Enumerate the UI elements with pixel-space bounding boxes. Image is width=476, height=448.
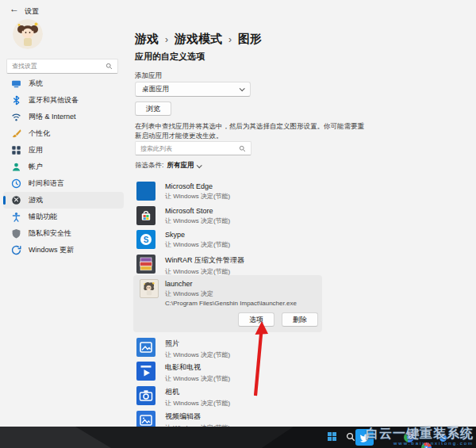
add-app-label: 添加应用 <box>135 71 162 81</box>
app-status: 让 Windows 决定 <box>165 289 297 298</box>
delete-button[interactable]: 删除 <box>282 312 318 327</box>
app-row-store[interactable]: Microsoft Store 让 Windows 决定(节能) <box>133 205 322 228</box>
settings-search-input[interactable] <box>12 63 106 70</box>
sidebar-item-label: 应用 <box>29 145 43 155</box>
sidebar-item-label: 蓝牙和其他设备 <box>29 95 79 105</box>
description-text: 在列表中查找应用并将其选中，然后为其选择自定义图形设置。你可能需要重新启动应用才… <box>135 122 370 140</box>
taskbar-search-icon[interactable] <box>346 432 355 442</box>
app-row-winrar[interactable]: WinRAR 压缩文件管理器 让 Windows 决定(节能) <box>133 253 322 277</box>
search-icon <box>239 145 246 152</box>
brush-icon <box>11 128 21 139</box>
settings-window: ← 设置 系统 蓝牙和其他设备 网络 & In <box>0 0 476 448</box>
sidebar-item-personalization[interactable]: 个性化 <box>3 125 124 142</box>
svg-text:S: S <box>144 235 149 244</box>
update-arrows-icon <box>11 245 21 255</box>
user-avatar[interactable] <box>13 19 43 49</box>
app-status: 让 Windows 决定(节能) <box>165 192 230 201</box>
sidebar-item-network[interactable]: 网络 & Internet <box>3 109 124 125</box>
avatar-image <box>13 19 43 49</box>
app-name: 相机 <box>165 387 230 397</box>
chrome-icon[interactable] <box>404 432 414 442</box>
sidebar-item-gaming[interactable]: 游戏 <box>3 192 124 209</box>
sidebar-item-apps[interactable]: 应用 <box>3 142 124 159</box>
sidebar-item-privacy[interactable]: 隐私和安全性 <box>3 225 124 242</box>
sidebar-item-label: 系统 <box>29 78 43 89</box>
app-name: Microsoft Store <box>165 207 230 215</box>
edge-icon <box>136 182 155 201</box>
section-title: 应用的自定义选项 <box>135 51 205 63</box>
breadcrumb: 游戏 › 游戏模式 › 图形 <box>135 32 262 47</box>
chrome-icon[interactable] <box>421 442 432 448</box>
window-title: 设置 <box>25 6 39 17</box>
app-row-edge[interactable]: Microsoft Edge 让 Windows 决定(节能) <box>133 180 322 204</box>
app-type-dropdown[interactable]: 桌面应用 <box>135 82 251 97</box>
taskbar-app-icon[interactable] <box>440 435 447 442</box>
browse-button[interactable]: 浏览 <box>135 101 171 116</box>
bluetooth-icon <box>11 95 21 105</box>
breadcrumb-game-mode[interactable]: 游戏模式 <box>175 32 222 47</box>
sidebar-item-accessibility[interactable]: 辅助功能 <box>3 209 124 225</box>
app-name: 照片 <box>165 339 230 349</box>
skype-icon: S <box>136 230 155 249</box>
list-search-input[interactable] <box>140 145 239 152</box>
taskbar <box>0 427 476 448</box>
sidebar-item-label: Windows 更新 <box>29 245 74 255</box>
app-name: 视频编辑器 <box>165 412 230 422</box>
winrar-icon <box>136 255 155 274</box>
app-row-movies-tv[interactable]: 电影和电视 让 Windows 决定(节能) <box>133 360 322 384</box>
selected-accent-bar <box>3 196 6 205</box>
app-status: 让 Windows 决定(节能) <box>165 240 230 249</box>
sidebar-item-label: 辅助功能 <box>29 212 57 222</box>
list-search-box[interactable] <box>135 141 251 155</box>
xbox-icon <box>11 195 21 205</box>
sidebar-item-label: 游戏 <box>29 195 43 205</box>
sidebar-item-system[interactable]: 系统 <box>3 75 124 92</box>
sidebar-item-bluetooth[interactable]: 蓝牙和其他设备 <box>3 92 124 109</box>
breadcrumb-separator: › <box>228 34 232 45</box>
wallpaper-shape <box>0 427 111 448</box>
filter-value: 所有应用 <box>167 161 194 170</box>
search-icon <box>106 63 113 70</box>
system-icon <box>11 78 21 89</box>
sidebar-item-time-language[interactable]: 时间和语言 <box>3 175 124 192</box>
app-name: Skype <box>165 231 230 239</box>
chevron-down-icon <box>197 163 202 168</box>
sidebar-item-windows-update[interactable]: Windows 更新 <box>3 242 124 258</box>
back-button[interactable]: ← <box>10 3 19 14</box>
app-row-photos[interactable]: 照片 让 Windows 决定(节能) <box>133 336 322 360</box>
app-path: C:\Program Files\Genshin Impact\launcher… <box>165 300 297 307</box>
accessibility-icon <box>11 212 21 222</box>
filter-dropdown[interactable]: 筛选条件: 所有应用 <box>135 161 201 170</box>
sidebar-item-label: 时间和语言 <box>29 178 64 189</box>
sidebar-item-label: 隐私和安全性 <box>29 228 71 239</box>
app-row-skype[interactable]: S Skype 让 Windows 决定(节能) <box>133 228 322 252</box>
windows-start-icon[interactable] <box>328 432 336 441</box>
genshin-launcher-icon <box>140 279 159 298</box>
app-name: 电影和电视 <box>165 362 230 373</box>
chevron-down-icon <box>240 86 245 91</box>
sidebar-item-label: 帐户 <box>29 162 43 172</box>
photos-icon <box>136 338 155 357</box>
app-status: 让 Windows 决定(节能) <box>165 216 230 225</box>
app-type-value: 桌面应用 <box>142 85 240 94</box>
breadcrumb-separator: › <box>165 34 168 45</box>
app-status: 让 Windows 决定(节能) <box>165 399 230 408</box>
twitter-icon[interactable] <box>355 429 374 446</box>
person-icon <box>11 162 21 172</box>
app-row-camera[interactable]: 相机 让 Windows 决定(节能) <box>133 385 322 408</box>
breadcrumb-graphics: 图形 <box>238 32 262 47</box>
movies-tv-icon <box>136 362 155 381</box>
app-name: launcher <box>165 280 297 288</box>
shield-icon <box>11 228 21 239</box>
store-icon <box>136 206 155 225</box>
sidebar-item-accounts[interactable]: 帐户 <box>3 159 124 175</box>
app-name: Microsoft Edge <box>165 182 230 190</box>
breadcrumb-gaming[interactable]: 游戏 <box>135 32 159 47</box>
filter-label: 筛选条件: <box>135 161 163 170</box>
wifi-icon <box>11 112 21 122</box>
settings-search-box[interactable] <box>6 59 118 74</box>
camera-icon <box>136 386 155 405</box>
sidebar-item-label: 网络 & Internet <box>29 112 76 122</box>
app-status: 让 Windows 决定(节能) <box>165 374 230 383</box>
options-button[interactable]: 选项 <box>238 312 274 327</box>
